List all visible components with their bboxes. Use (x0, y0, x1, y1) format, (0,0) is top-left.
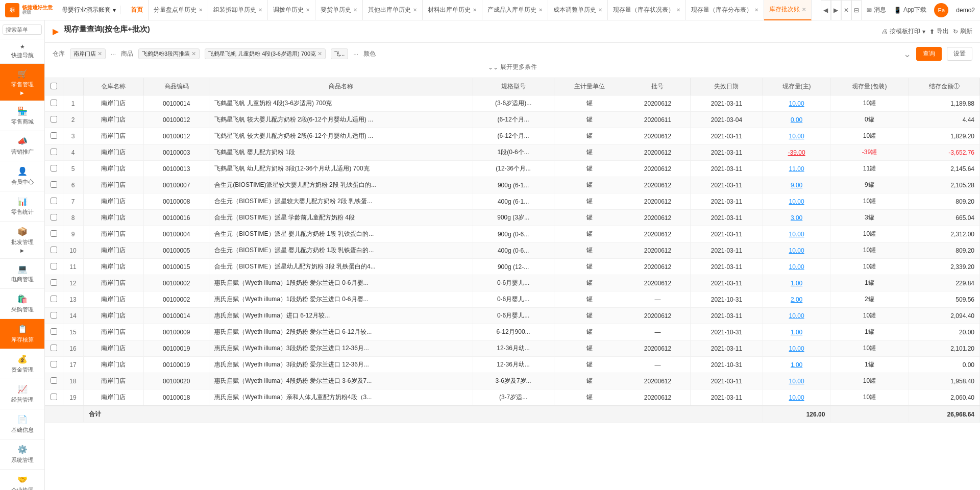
product-tag-1[interactable]: 飞鹤奶粉3段丙推装 ✕ (138, 48, 200, 59)
row-checkbox[interactable] (45, 357, 63, 373)
tab-cost-adjust-close[interactable]: ✕ (598, 7, 602, 13)
sidebar-quick-nav[interactable]: ★ 快捷导航 (0, 39, 44, 64)
expand-conditions-btn[interactable]: ⌄⌄ 展开更多条件 (488, 63, 537, 71)
sidebar-item-member[interactable]: 👤 会员中心 (0, 161, 44, 191)
app-download-btn[interactable]: 📱 App下载 (894, 6, 926, 14)
message-btn[interactable]: ✉ 消息 (867, 6, 886, 14)
refresh-btn[interactable]: ↻ 刷新 (953, 27, 972, 36)
tab-next-btn[interactable]: ▶ (831, 0, 841, 20)
settings-btn[interactable]: 设置 (947, 47, 972, 61)
row-current-main[interactable]: 10.00 (763, 193, 830, 210)
row-checkbox[interactable] (45, 128, 63, 144)
query-btn[interactable]: 查询 (916, 47, 942, 61)
tab-material-out-close[interactable]: ✕ (473, 7, 477, 13)
tab-prev-btn[interactable]: ◀ (821, 0, 831, 20)
row-checkbox[interactable] (45, 95, 63, 112)
filter-dots-2[interactable]: ··· (353, 51, 358, 58)
row-current-main[interactable]: 10.00 (763, 308, 830, 324)
sidebar-item-inventory[interactable]: 📋 库存核算 (0, 319, 44, 349)
tab-batch-account[interactable]: 库存批次账 ✕ (764, 0, 812, 20)
row-current-main[interactable]: -39.00 (763, 144, 830, 161)
filter-dots-1[interactable]: ··· (111, 51, 116, 58)
sidebar-item-operation[interactable]: 📈 经营管理 (0, 379, 44, 409)
row-current-main[interactable]: 10.00 (763, 95, 830, 112)
row-checkbox[interactable] (45, 324, 63, 340)
sidebar-item-purchase[interactable]: 🛍️ 采购管理 (0, 289, 44, 319)
row-checkbox[interactable] (45, 340, 63, 357)
row-current-main[interactable]: 10.00 (763, 242, 830, 259)
row-checkbox[interactable] (45, 161, 63, 177)
sidebar-item-company-coop[interactable]: 🤝 企业协同 (0, 470, 44, 490)
row-current-main[interactable]: 10.00 (763, 128, 830, 144)
product-tag-3[interactable]: 飞... (331, 48, 348, 59)
color-dropdown-icon[interactable]: ⌄ (903, 48, 911, 60)
row-checkbox[interactable] (45, 226, 63, 242)
warehouse-tag-remove[interactable]: ✕ (97, 51, 102, 57)
expand-sidebar-btn[interactable]: ▶ (53, 27, 59, 36)
sidebar-item-retail-stats[interactable]: 📊 零售统计 (0, 191, 44, 222)
select-all-checkbox[interactable] (51, 83, 57, 89)
warehouse-tag[interactable]: 南岸门店 ✕ (70, 48, 106, 59)
sidebar-item-finance[interactable]: 💰 资金管理 (0, 349, 44, 379)
row-current-main[interactable]: 10.00 (763, 389, 830, 406)
tab-zuchai[interactable]: 组装拆卸单历史 ✕ (208, 0, 268, 20)
sidebar-item-retail-mgmt[interactable]: 🛒 零售管理 ▶ (0, 64, 44, 101)
sidebar-item-ecommerce[interactable]: 💻 电商管理 (0, 259, 44, 289)
row-checkbox[interactable] (45, 259, 63, 275)
tab-product-in-close[interactable]: ✕ (538, 7, 543, 13)
row-current-main[interactable]: 1.00 (763, 324, 830, 340)
row-current-main[interactable]: 10.00 (763, 259, 830, 275)
tab-menu-btn[interactable]: ⊟ (851, 0, 862, 20)
row-checkbox[interactable] (45, 291, 63, 308)
sidebar-item-marketing[interactable]: 📣 营销推广 (0, 131, 44, 161)
tab-current-dist[interactable]: 现存量（库存分布表） ✕ (686, 0, 764, 20)
search-input[interactable] (3, 24, 42, 35)
export-btn[interactable]: ⬆ 导出 (929, 27, 949, 36)
row-checkbox[interactable] (45, 177, 63, 193)
print-btn[interactable]: 🖨 按模板打印 ▾ (881, 27, 925, 36)
row-current-main[interactable]: 1.00 (763, 275, 830, 291)
row-current-main[interactable]: 0.00 (763, 112, 830, 128)
sidebar-item-retail-mall[interactable]: 🏪 零售商城 (0, 101, 44, 131)
industry-selector[interactable]: 母婴行业演示账套 ▾ (58, 6, 120, 14)
product-tag-2[interactable]: 飞鹤星飞帆 儿童奶粉 4段(3-6岁适用) 700克 ✕ (205, 48, 326, 59)
sidebar-item-basic-info[interactable]: 📄 基础信息 (0, 409, 44, 439)
tab-product-in[interactable]: 产成品入库单历史 ✕ (482, 0, 548, 20)
tab-close-btn[interactable]: ✕ (841, 0, 851, 20)
row-checkbox[interactable] (45, 242, 63, 259)
row-checkbox[interactable] (45, 373, 63, 389)
sidebar-item-sys-mgmt[interactable]: ⚙️ 系统管理 (0, 439, 44, 470)
product-tag-1-remove[interactable]: ✕ (191, 51, 196, 57)
row-checkbox[interactable] (45, 193, 63, 210)
row-checkbox[interactable] (45, 144, 63, 161)
row-current-main[interactable]: 10.00 (763, 373, 830, 389)
logo[interactable]: 标 畅捷通好生意 标版 (5, 3, 53, 17)
tab-home[interactable]: 首页 (126, 0, 149, 20)
row-current-main[interactable]: 10.00 (763, 226, 830, 242)
tab-cost-adjust[interactable]: 成本调整单历史 ✕ (548, 0, 608, 20)
tab-zuchai-close[interactable]: ✕ (258, 7, 262, 13)
row-current-main[interactable]: 9.00 (763, 177, 830, 193)
tab-material-out[interactable]: 材料出库单历史 ✕ (423, 0, 482, 20)
row-checkbox[interactable] (45, 112, 63, 128)
row-checkbox[interactable] (45, 389, 63, 406)
product-tag-2-remove[interactable]: ✕ (317, 51, 322, 57)
sidebar-item-wholesale[interactable]: 📦 批发管理 ▶ (0, 222, 44, 259)
row-current-main[interactable]: 2.00 (763, 291, 830, 308)
tab-current-dist-close[interactable]: ✕ (754, 7, 758, 13)
row-checkbox[interactable] (45, 308, 63, 324)
tab-tiaobo[interactable]: 调拨单历史 ✕ (268, 0, 315, 20)
tab-other-out-close[interactable]: ✕ (413, 7, 417, 13)
row-checkbox[interactable] (45, 275, 63, 291)
tab-fenpan-close[interactable]: ✕ (199, 7, 203, 13)
row-current-main[interactable]: 1.00 (763, 357, 830, 373)
row-current-main[interactable]: 10.00 (763, 340, 830, 357)
tab-current-status[interactable]: 现存量（库存状况表） ✕ (608, 0, 686, 20)
user-avatar[interactable]: Ea (934, 3, 948, 17)
tab-yaohuo[interactable]: 要货单历史 ✕ (315, 0, 363, 20)
tab-tiaobo-close[interactable]: ✕ (306, 7, 310, 13)
tab-yaohuo-close[interactable]: ✕ (353, 7, 357, 13)
tab-current-status-close[interactable]: ✕ (676, 7, 680, 13)
tab-other-out[interactable]: 其他出库单历史 ✕ (363, 0, 423, 20)
tab-batch-account-close[interactable]: ✕ (802, 7, 806, 12)
